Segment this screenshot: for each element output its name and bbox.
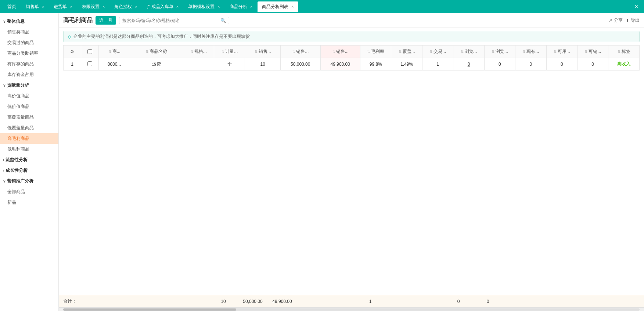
nav-close-sales[interactable]: × (42, 4, 44, 9)
th-trade[interactable]: ⇅ 交易... (422, 46, 453, 58)
sidebar-item-high-coverage[interactable]: 高覆盖量商品 (0, 112, 58, 123)
th-name[interactable]: ⇅ 商品名称 (130, 46, 183, 58)
th-sales-amount[interactable]: ⇅ 销售... (280, 46, 320, 58)
table-row: 1 0000... 运费 个 10 50,000.00 49,900.00 99… (64, 58, 640, 70)
th-view2[interactable]: ⇅ 浏览... (484, 46, 515, 58)
search-box: 🔍 (119, 17, 229, 24)
cell-view1[interactable]: 0 (453, 58, 484, 70)
th-gross-margin-sort-icon: ⇅ (367, 50, 370, 54)
tip-bar: ◇ 企业的主要的利润都是这部分商品创造的，可考虑加大推广，同时关注库存是不要出现… (63, 31, 640, 42)
nav-item-analysis[interactable]: 商品分析 × (225, 1, 257, 12)
cell-tag: 高收入 (608, 58, 640, 70)
sidebar-item-high-value[interactable]: 高价值商品 (0, 91, 58, 101)
share-icon: ↗ (609, 18, 612, 23)
th-current-stock-sort-icon: ⇅ (522, 50, 525, 54)
th-tag[interactable]: ⇅ 标签 (608, 46, 640, 58)
nav-close-product-storage[interactable]: × (176, 4, 179, 9)
sidebar-collapse-button[interactable]: « (58, 155, 59, 170)
nav-close-analysis[interactable]: × (250, 4, 252, 9)
nav-close-analysis-list[interactable]: × (291, 4, 294, 9)
th-view1[interactable]: ⇅ 浏览... (453, 46, 484, 58)
nav-close-purchase[interactable]: × (70, 4, 72, 9)
settings-icon[interactable]: ⚙ (70, 49, 74, 54)
th-unit[interactable]: ⇅ 计量... (214, 46, 245, 58)
nav-item-permission[interactable]: 权限设置 × (78, 1, 109, 12)
cell-code: 0000... (99, 58, 130, 70)
sidebar-group-growth[interactable]: › 成长性分析 (0, 165, 58, 176)
sidebar-item-low-margin[interactable]: 低毛利商品 (0, 144, 58, 155)
sidebar-item-high-margin[interactable]: 高毛利商品 (0, 133, 58, 144)
sidebar-group-contribution[interactable]: ∨ 贡献量分析 (0, 80, 58, 91)
sidebar-item-all-products[interactable]: 全部商品 (0, 187, 58, 197)
search-input[interactable] (122, 18, 219, 23)
group-contribution-arrow: ∨ (3, 83, 6, 87)
cell-seq: 1 (64, 58, 81, 70)
th-sales-cost[interactable]: ⇅ 销售... (320, 46, 360, 58)
sidebar-item-new-products[interactable]: 新品 (0, 197, 58, 208)
th-saleable-stock[interactable]: ⇅ 可销... (578, 46, 608, 58)
nav-item-purchase[interactable]: 进货单 × (49, 1, 76, 12)
sidebar-group-trend[interactable]: › 流趋性分析 (0, 155, 58, 165)
footer-sales-qty: 10 (209, 299, 238, 304)
th-sales-cost-sort-icon: ⇅ (332, 50, 335, 54)
sidebar-group-overview[interactable]: ∨ 整体信息 (0, 16, 58, 27)
group-growth-arrow: › (3, 169, 4, 173)
th-checkbox (81, 46, 99, 58)
table-container: ⚙ ⇅ 商... (59, 45, 644, 295)
cell-view2: 0 (484, 58, 515, 70)
th-coverage[interactable]: ⇅ 覆盖... (391, 46, 422, 58)
main-layout: « ∨ 整体信息 销售类商品 交易过的商品 商品分类助销率 有库存的商品 库存资… (0, 13, 644, 311)
nav-item-product-storage[interactable]: 产成品入库单 × (143, 1, 183, 12)
content-header: 高毛利商品 近一月 🔍 ↗ 分享 ⬇ 导出 (59, 13, 644, 28)
nav-item-role[interactable]: 角色授权 × (110, 1, 141, 12)
th-saleable-stock-sort-icon: ⇅ (584, 50, 587, 54)
data-table: ⚙ ⇅ 商... (63, 45, 640, 70)
row-checkbox[interactable] (87, 61, 92, 66)
nav-item-home[interactable]: 首页 (3, 1, 21, 12)
select-all-checkbox[interactable] (87, 49, 92, 54)
cell-name: 运费 (130, 58, 183, 70)
th-available-stock[interactable]: ⇅ 可用... (546, 46, 577, 58)
nav-close-permission[interactable]: × (102, 4, 105, 9)
sidebar-item-low-value[interactable]: 低价值商品 (0, 101, 58, 112)
search-icon[interactable]: 🔍 (220, 18, 226, 23)
nav-item-sales[interactable]: 销售单 × (21, 1, 48, 12)
th-code[interactable]: ⇅ 商... (99, 46, 130, 58)
footer-current-stock: 0 (444, 299, 473, 304)
sidebar-group-marketing[interactable]: ∨ 营销推广分析 (0, 176, 58, 187)
th-sales-amount-sort-icon: ⇅ (292, 50, 295, 54)
scroll-track[interactable] (63, 308, 640, 311)
table-header-row: ⚙ ⇅ 商... (64, 46, 640, 58)
nav-item-template[interactable]: 单据模板设置 × (184, 1, 224, 12)
th-view2-sort-icon: ⇅ (492, 50, 494, 54)
th-sales-qty[interactable]: ⇅ 销售... (245, 46, 280, 58)
footer-available-stock: 0 (473, 299, 503, 304)
nav-close-role[interactable]: × (135, 4, 137, 9)
th-code-sort-icon: ⇅ (108, 50, 111, 54)
sidebar-item-stock-capital[interactable]: 库存资金占用 (0, 69, 58, 80)
sidebar-item-sales-products[interactable]: 销售类商品 (0, 27, 58, 37)
share-button[interactable]: ↗ 分享 (609, 17, 623, 23)
sidebar-item-traded-products[interactable]: 交易过的商品 (0, 37, 58, 48)
nav-close-template[interactable]: × (217, 4, 220, 9)
th-spec[interactable]: ⇅ 规格... (183, 46, 214, 58)
period-button[interactable]: 近一月 (96, 16, 116, 25)
th-seq: ⚙ (64, 46, 81, 58)
scroll-thumb[interactable] (63, 308, 236, 311)
group-trend-arrow: › (3, 158, 4, 162)
nav-close-all-button[interactable]: × (632, 3, 641, 10)
th-tag-sort-icon: ⇅ (618, 50, 620, 54)
tag-label: 高收入 (617, 61, 630, 66)
th-current-stock[interactable]: ⇅ 现有... (515, 46, 546, 58)
view1-link[interactable]: 0 (468, 62, 470, 67)
th-gross-margin[interactable]: ⇅ 毛利率 (360, 46, 391, 58)
sidebar-item-low-coverage[interactable]: 低覆盖量商品 (0, 123, 58, 133)
sidebar-item-category-rate[interactable]: 商品分类助销率 (0, 48, 58, 59)
scroll-bar-area (59, 307, 644, 311)
th-coverage-sort-icon: ⇅ (399, 50, 402, 54)
cell-current-stock: 0 (515, 58, 546, 70)
nav-item-analysis-list[interactable]: 商品分析列表 × (258, 1, 298, 12)
th-name-sort-icon: ⇅ (145, 50, 148, 54)
export-button[interactable]: ⬇ 导出 (626, 17, 640, 23)
sidebar-item-in-stock[interactable]: 有库存的商品 (0, 59, 58, 69)
